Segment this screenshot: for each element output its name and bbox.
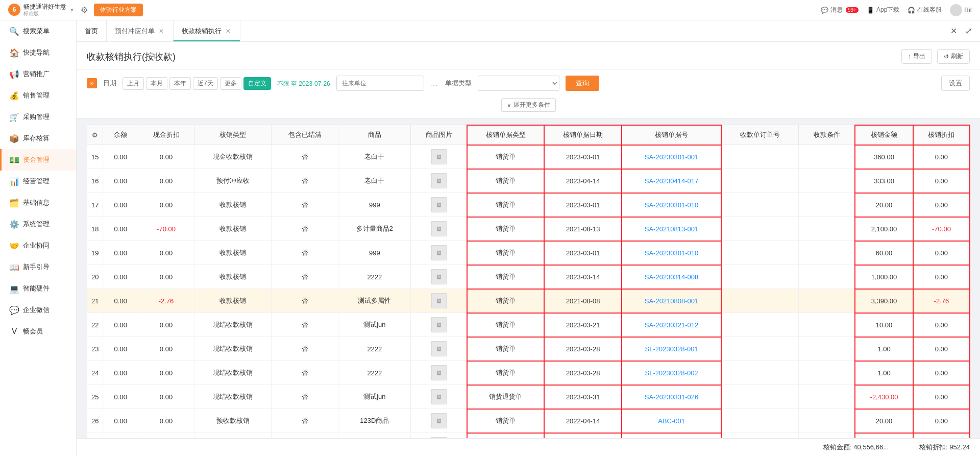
query-btn[interactable]: 查询 — [566, 76, 599, 91]
row-bill-no[interactable]: ABC-001 — [622, 409, 721, 433]
sidebar-item-hardware[interactable]: 💻 智能硬件 — [0, 278, 76, 299]
refresh-btn[interactable]: ↺ 刷新 — [937, 49, 970, 64]
row-balance: 0.00 — [103, 313, 138, 337]
row-verify-discount: 0.00 — [913, 385, 969, 409]
hardware-icon: 💻 — [10, 284, 19, 293]
nav-message[interactable]: 💬 消息 99+ — [821, 6, 859, 14]
sidebar-item-finance[interactable]: 💵 资金管理 — [0, 149, 76, 171]
sidebar-item-member[interactable]: V 畅会员 — [0, 321, 76, 342]
sidebar-item-enterprise[interactable]: 🤝 企业协同 — [0, 235, 76, 256]
industry-btn[interactable]: 体验行业方案 — [94, 4, 143, 16]
row-verify-discount: 0.00 — [913, 433, 969, 439]
filter-expand-btn[interactable]: » — [87, 78, 97, 88]
bill-no-link[interactable]: SA-20230414-017 — [645, 177, 699, 185]
th-settings[interactable]: ⚙ — [87, 125, 103, 145]
row-bill-no[interactable]: SA-20230301-001 — [622, 145, 721, 169]
bill-no-link[interactable]: SA-20230331-026 — [645, 393, 699, 401]
row-bill-no[interactable]: SA-20210808-001 — [622, 289, 721, 313]
row-include-settled: 否 — [272, 361, 338, 385]
row-verify-type: 收款核销 — [194, 217, 272, 241]
bill-type-select[interactable] — [478, 76, 559, 91]
expand-conditions-btn[interactable]: ∨ 展开更多条件 — [501, 98, 556, 112]
row-goods-image: 🖼 — [411, 433, 467, 439]
sidebar-item-guide[interactable]: 📖 新手引导 — [0, 256, 76, 278]
tab-prepay-close[interactable]: ✕ — [158, 27, 165, 36]
row-include-settled: 否 — [272, 337, 338, 361]
tab-close-all-btn[interactable]: ✕ — [948, 24, 959, 38]
row-bill-no[interactable]: SA-20230321-012 — [622, 313, 721, 337]
row-no: 17 — [87, 193, 103, 217]
date-7days[interactable]: 近7天 — [193, 77, 218, 90]
logo-dropdown-arrow[interactable]: ▼ — [69, 7, 75, 13]
col-settings-icon[interactable]: ⚙ — [92, 131, 98, 139]
row-bill-no[interactable]: SL-20230408-001 — [622, 433, 721, 439]
search-icon: 🔍 — [10, 27, 19, 36]
export-btn[interactable]: ↑ 导出 — [901, 49, 932, 64]
row-bill-no[interactable]: SA-20230414-017 — [622, 169, 721, 193]
sidebar-item-search[interactable]: 🔍 搜索菜单 — [0, 20, 76, 42]
date-custom[interactable]: 自定义 — [243, 77, 271, 90]
row-cash-discount: 0.00 — [138, 433, 194, 439]
row-receipt-order — [721, 145, 798, 169]
tab-prepay-label: 预付冲应付单 — [115, 27, 155, 36]
row-bill-no[interactable]: SL-20230328-001 — [622, 337, 721, 361]
filter-settings-btn[interactable]: 设置 — [941, 76, 970, 91]
row-receipt-condition — [799, 385, 855, 409]
tab-expand-btn[interactable]: ⤢ — [963, 24, 974, 38]
th-goods-image: 商品图片 — [411, 125, 467, 145]
th-include-settled: 包含已结清 — [272, 125, 338, 145]
row-verify-type: 现结收款核销 — [194, 433, 272, 439]
row-bill-no[interactable]: SA-20230301-010 — [622, 241, 721, 265]
partner-input[interactable] — [336, 76, 424, 91]
bill-no-link[interactable]: SA-20230301-001 — [645, 153, 699, 161]
row-verify-type: 收款核销 — [194, 289, 272, 313]
bill-no-link[interactable]: SA-20230301-010 — [645, 249, 699, 257]
tab-home[interactable]: 首页 — [77, 20, 107, 41]
tab-collection-close[interactable]: ✕ — [225, 27, 232, 36]
sidebar-item-basic[interactable]: 🗂️ 基础信息 — [0, 192, 76, 213]
row-balance: 0.00 — [103, 409, 138, 433]
sidebar-item-inventory[interactable]: 📦 库存核算 — [0, 128, 76, 149]
sidebar-item-system[interactable]: ⚙️ 系统管理 — [0, 213, 76, 235]
bill-no-link[interactable]: SA-20230301-010 — [645, 201, 699, 209]
nav-app[interactable]: 📱 App下载 — [867, 6, 899, 14]
date-this-month[interactable]: 本月 — [146, 77, 167, 90]
date-last-month[interactable]: 上月 — [122, 77, 144, 90]
filter-bar: » 日期 上月 本月 本年 近7天 更多 自定义 不限 至 2023-07-26 — [77, 69, 980, 118]
row-verify-discount: 0.00 — [913, 193, 969, 217]
bill-no-link[interactable]: SA-20210813-001 — [645, 225, 699, 233]
bill-no-link[interactable]: SA-20210808-001 — [645, 297, 699, 305]
bill-no-link[interactable]: SA-20230314-008 — [645, 273, 699, 281]
nav-service[interactable]: 🎧 在线客服 — [908, 6, 942, 14]
date-this-year[interactable]: 本年 — [169, 77, 191, 90]
row-bill-no[interactable]: SA-20230314-008 — [622, 265, 721, 289]
date-more[interactable]: 更多 — [220, 77, 241, 90]
table-container[interactable]: ⚙ 余额 现金折扣 核销类型 包含已结清 商品 商品图片 核销单据类型 核销单据… — [77, 118, 980, 438]
expand-icon: ∨ — [507, 102, 511, 109]
date-range-container: 不限 至 2023-07-26 — [277, 79, 330, 88]
user-name[interactable]: Rit — [950, 4, 972, 16]
sidebar-item-quick[interactable]: 🏠 快捷导航 — [0, 42, 76, 63]
tab-collection[interactable]: 收款核销执行 ✕ — [174, 20, 240, 41]
row-verify-type: 现结收款核销 — [194, 313, 272, 337]
row-bill-no[interactable]: SL-20230328-002 — [622, 361, 721, 385]
bill-no-link[interactable]: ABC-001 — [658, 417, 685, 425]
tab-prepay[interactable]: 预付冲应付单 ✕ — [107, 20, 174, 41]
row-bill-no[interactable]: SA-20230301-010 — [622, 193, 721, 217]
bill-no-link[interactable]: SA-20230321-012 — [645, 321, 699, 329]
sidebar-item-marketing[interactable]: 📢 营销推广 — [0, 63, 76, 85]
bill-no-link[interactable]: SL-20230328-001 — [645, 345, 698, 353]
row-cash-discount: -2.76 — [138, 289, 194, 313]
bill-no-link[interactable]: SL-20230328-002 — [645, 369, 698, 377]
row-bill-no[interactable]: SA-20210813-001 — [622, 217, 721, 241]
sidebar-item-purchase[interactable]: 🛒 采购管理 — [0, 106, 76, 128]
row-bill-type: 销货单 — [467, 409, 544, 433]
sidebar-item-wechat[interactable]: 💬 企业微信 — [0, 299, 76, 321]
row-bill-no[interactable]: SA-20230331-026 — [622, 385, 721, 409]
sidebar-item-operations[interactable]: 📊 经营管理 — [0, 171, 76, 192]
goods-image-cell: 🖼 — [431, 413, 447, 428]
sidebar-item-sales[interactable]: 💰 销售管理 — [0, 85, 76, 106]
sidebar-label-operations: 经营管理 — [23, 177, 50, 186]
settings-icon[interactable]: ⚙ — [81, 5, 88, 15]
row-verify-discount: 0.00 — [913, 145, 969, 169]
